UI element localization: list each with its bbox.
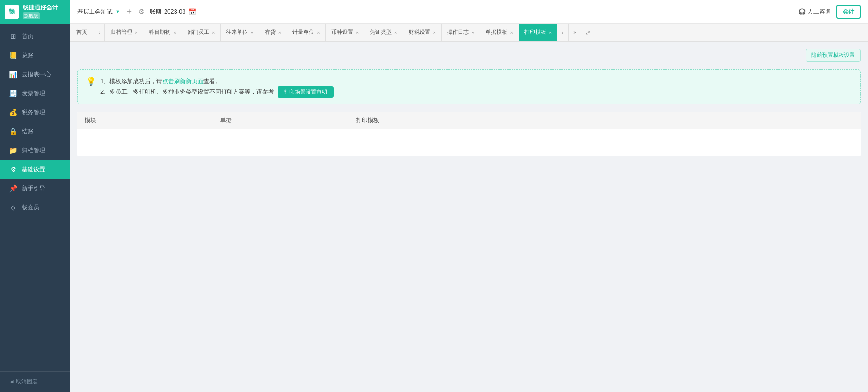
sidebar-item-archive[interactable]: 📁归档管理	[0, 141, 70, 160]
topbar: 基层工会测试 ▼ ＋ ⚙ 账期 2023-03 📅 🎧 人工咨询 会计	[70, 0, 868, 24]
sidebar-logo: 畅 畅捷通好会计 旗舰版	[0, 0, 70, 24]
tab-close-print[interactable]: ×	[549, 30, 552, 35]
company-dropdown-icon[interactable]: ▼	[115, 9, 120, 14]
sidebar-item-settings[interactable]: ⚙基础设置	[0, 160, 70, 179]
support-button[interactable]: 🎧 人工咨询	[798, 8, 831, 16]
tab-archive[interactable]: 归档管理×	[105, 24, 143, 41]
sidebar-item-member[interactable]: ◇畅会员	[0, 198, 70, 217]
add-tab-button[interactable]: ＋	[126, 7, 133, 16]
tab-label-voucher: 凭证类型	[370, 28, 392, 36]
tab-close-archive[interactable]: ×	[135, 30, 137, 35]
tab-label-finance: 财税设置	[409, 28, 430, 36]
company-selector[interactable]: 基层工会测试 ▼	[77, 8, 120, 16]
tab-close-single[interactable]: ×	[510, 30, 513, 35]
sidebar-item-invoices[interactable]: 🧾发票管理	[0, 84, 70, 103]
notice-icon: 💡	[86, 76, 96, 86]
main-area: 基层工会测试 ▼ ＋ ⚙ 账期 2023-03 📅 🎧 人工咨询 会计 首页‹归…	[70, 0, 868, 392]
sidebar-item-label-settings: 基础设置	[22, 165, 45, 174]
sidebar-item-label-close: 结账	[22, 128, 33, 136]
tab-next-button[interactable]: ›	[557, 24, 568, 41]
tab-close-all-button[interactable]: ×	[568, 24, 581, 41]
tab-single[interactable]: 单据模板×	[480, 24, 519, 41]
logo-text: 畅捷通好会计	[23, 4, 58, 12]
tab-label-counterpart: 往来单位	[226, 28, 248, 36]
sidebar-item-label-archive: 归档管理	[22, 146, 45, 155]
tab-finance[interactable]: 财税设置×	[403, 24, 442, 41]
tab-close-oplog[interactable]: ×	[472, 30, 474, 35]
guide-nav-icon: 📌	[9, 184, 17, 193]
topbar-settings-icon[interactable]: ⚙	[138, 8, 144, 16]
tab-prev-button[interactable]: ‹	[94, 24, 105, 41]
company-name: 基层工会测试	[77, 8, 113, 16]
tab-close-currency[interactable]: ×	[356, 30, 359, 35]
print-scene-button[interactable]: 打印场景设置宣明	[278, 86, 334, 98]
tab-close-counterpart[interactable]: ×	[250, 30, 253, 35]
sidebar-item-label-invoices: 发票管理	[22, 90, 45, 98]
period-value: 2023-03	[164, 8, 186, 15]
sidebar-item-ledger[interactable]: 📒总账	[0, 46, 70, 65]
logo-sub: 旗舰版	[23, 12, 40, 19]
tab-unit[interactable]: 计量单位×	[287, 24, 326, 41]
notice-line1: 1、模板添加成功后，请点击刷新新页面查看。	[100, 76, 334, 86]
topbar-right: 🎧 人工咨询 会计	[798, 5, 861, 19]
tab-department[interactable]: 部门员工×	[182, 24, 221, 41]
tab-home[interactable]: 首页	[70, 24, 94, 41]
tab-label-archive: 归档管理	[110, 28, 132, 36]
sidebar: 畅 畅捷通好会计 旗舰版 ⊞首页📒总账📊云报表中心🧾发票管理💰税务管理🔒结账📁归…	[0, 0, 70, 392]
tab-close-voucher[interactable]: ×	[394, 30, 397, 35]
content-area: 隐藏预置模板设置 💡 1、模板添加成功后，请点击刷新新页面查看。 2、多员工、多…	[70, 42, 868, 392]
invoices-nav-icon: 🧾	[9, 90, 17, 98]
tab-close-inventory[interactable]: ×	[278, 30, 281, 35]
tab-close-department[interactable]: ×	[212, 30, 215, 35]
tab-label-oplog: 操作日志	[447, 28, 469, 36]
tab-print[interactable]: 打印模板×	[519, 24, 557, 41]
settings-nav-icon: ⚙	[9, 165, 17, 174]
tab-subject[interactable]: 科目期初×	[143, 24, 182, 41]
sidebar-item-label-member: 畅会员	[22, 203, 39, 212]
tab-label-department: 部门员工	[188, 28, 209, 36]
member-nav-icon: ◇	[9, 203, 17, 212]
tab-currency[interactable]: 币种设置×	[326, 24, 364, 41]
tab-voucher[interactable]: 凭证类型×	[364, 24, 403, 41]
tax-nav-icon: 💰	[9, 109, 17, 117]
tab-close-finance[interactable]: ×	[433, 30, 436, 35]
col-template: 打印模板	[356, 116, 854, 124]
sidebar-item-home[interactable]: ⊞首页	[0, 27, 70, 46]
tab-bar: 首页‹归档管理×科目期初×部门员工×往来单位×存货×计量单位×币种设置×凭证类型…	[70, 24, 868, 42]
reports-nav-icon: 📊	[9, 71, 17, 79]
sidebar-item-reports[interactable]: 📊云报表中心	[0, 65, 70, 84]
table-body	[77, 129, 861, 156]
ledger-nav-icon: 📒	[9, 52, 17, 60]
expand-button[interactable]: ⤢	[581, 24, 594, 41]
tab-counterpart[interactable]: 往来单位×	[221, 24, 259, 41]
action-bar: 隐藏预置模板设置	[77, 49, 861, 66]
sidebar-item-label-reports: 云报表中心	[22, 71, 51, 79]
kuaiji-button[interactable]: 会计	[836, 5, 861, 19]
period-label: 账期	[150, 8, 161, 16]
tab-close-subject[interactable]: ×	[173, 30, 176, 35]
cancel-pin-button[interactable]: ◄ 取消固定	[0, 371, 70, 392]
tab-close-unit[interactable]: ×	[317, 30, 320, 35]
home-nav-icon: ⊞	[9, 33, 17, 41]
sidebar-item-label-ledger: 总账	[22, 52, 33, 60]
tab-label-subject: 科目期初	[149, 28, 170, 36]
notice-line2: 2、多员工、多打印机、多种业务类型设置不同打印方案等，请参考 打印场景设置宣明	[100, 86, 334, 98]
sidebar-item-label-home: 首页	[22, 33, 33, 41]
tab-oplog[interactable]: 操作日志×	[442, 24, 480, 41]
sidebar-item-guide[interactable]: 📌新手引导	[0, 179, 70, 198]
calendar-icon: 📅	[189, 8, 196, 15]
notice-text: 1、模板添加成功后，请点击刷新新页面查看。 2、多员工、多打印机、多种业务类型设…	[100, 76, 334, 98]
sidebar-item-close[interactable]: 🔒结账	[0, 122, 70, 141]
archive-nav-icon: 📁	[9, 146, 17, 155]
period-selector[interactable]: 账期 2023-03 📅	[150, 8, 196, 16]
tab-inventory[interactable]: 存货×	[259, 24, 287, 41]
col-module: 模块	[85, 116, 220, 124]
sidebar-nav: ⊞首页📒总账📊云报表中心🧾发票管理💰税务管理🔒结账📁归档管理⚙基础设置📌新手引导…	[0, 24, 70, 371]
sidebar-item-label-tax: 税务管理	[22, 109, 45, 117]
table-header: 模块 单据 打印模板	[77, 112, 861, 129]
refresh-link[interactable]: 点击刷新新页面	[162, 78, 203, 85]
hide-template-button[interactable]: 隐藏预置模板设置	[806, 49, 861, 62]
notice-box: 💡 1、模板添加成功后，请点击刷新新页面查看。 2、多员工、多打印机、多种业务类…	[77, 69, 861, 104]
sidebar-item-tax[interactable]: 💰税务管理	[0, 103, 70, 122]
headset-icon: 🎧	[798, 8, 806, 15]
